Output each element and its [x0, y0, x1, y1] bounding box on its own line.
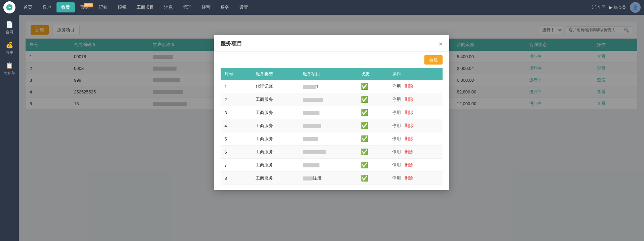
s-cell-action: 停用 删除 — [388, 146, 443, 159]
nav-invoice[interactable]: 票据 new — [75, 2, 93, 12]
sidebar-item-fee[interactable]: 💰 收费 — [1, 39, 18, 58]
s-cell-type: 工商服务 — [252, 132, 299, 146]
new-badge: new — [84, 3, 93, 7]
service-item-blurred — [303, 176, 313, 180]
main-layout: 📄 合同 💰 收费 📋 对账单 新增 服务项目 进行中 已终止 全部 — [0, 15, 644, 241]
s-cell-no: 2 — [221, 93, 252, 106]
user-avatar[interactable]: 👤 — [630, 2, 641, 13]
s-cell-status: ✅ — [357, 119, 388, 132]
s-cell-status: ✅ — [357, 132, 388, 146]
s-cell-no: 4 — [221, 119, 252, 132]
contract-icon: 📄 — [6, 21, 13, 28]
s-cell-item — [299, 159, 357, 172]
service-table-header: 序号 服务类型 服务项目 状态 操作 — [221, 68, 443, 80]
status-check-icon: ✅ — [361, 109, 368, 116]
stop-button[interactable]: 停用 — [392, 123, 401, 128]
s-cell-action: 停用 删除 — [388, 93, 443, 106]
s-cell-type: 工商服务 — [252, 93, 299, 106]
s-cell-status: ✅ — [357, 80, 388, 93]
member-button[interactable]: ▶ 畅会员 — [609, 5, 626, 10]
modal-overlay[interactable]: 服务项目 × 新建 序号 服务类型 服务项目 状态 — [19, 15, 644, 241]
s-cell-status: ✅ — [357, 106, 388, 119]
service-table-row: 6 工商服务 ✅ 停用 删除 — [221, 146, 443, 159]
s-cell-action: 停用 删除 — [388, 159, 443, 172]
service-table-body: 1 代理记账 1 ✅ 停用 删除 2 工商服务 ✅ 停用 删除 3 工商服务 ✅… — [221, 80, 443, 185]
stop-button[interactable]: 停用 — [392, 97, 401, 102]
s-cell-status: ✅ — [357, 93, 388, 106]
s-cell-item — [299, 106, 357, 119]
status-check-icon: ✅ — [361, 175, 368, 182]
s-cell-item — [299, 146, 357, 159]
service-table-row: 1 代理记账 1 ✅ 停用 删除 — [221, 80, 443, 93]
s-cell-no: 3 — [221, 106, 252, 119]
nav-industrial[interactable]: 工商项目 — [132, 2, 159, 12]
service-table-row: 7 工商服务 ✅ 停用 删除 — [221, 159, 443, 172]
sidebar: 📄 合同 💰 收费 📋 对账单 — [0, 15, 19, 241]
delete-button[interactable]: 删除 — [405, 84, 413, 89]
nav-client[interactable]: 客户 — [38, 2, 56, 12]
service-table-row: 5 工商服务 ✅ 停用 删除 — [221, 132, 443, 146]
delete-button[interactable]: 删除 — [405, 97, 413, 102]
s-cell-type: 工商服务 — [252, 106, 299, 119]
nav-operation[interactable]: 经营 — [197, 2, 215, 12]
delete-button[interactable]: 删除 — [405, 162, 413, 167]
s-cell-item — [299, 132, 357, 146]
nav-tax[interactable]: 报税 — [113, 2, 131, 12]
s-col-status: 状态 — [357, 68, 388, 80]
fullscreen-icon: ⛶ — [592, 5, 596, 10]
stop-button[interactable]: 停用 — [392, 136, 401, 141]
stop-button[interactable]: 停用 — [392, 175, 401, 180]
fee-icon: 💰 — [6, 41, 13, 49]
nav-settings[interactable]: 设置 — [235, 2, 253, 12]
stop-button[interactable]: 停用 — [392, 84, 401, 89]
s-cell-type: 工商服务 — [252, 146, 299, 159]
dialog-new-button[interactable]: 新建 — [424, 55, 443, 65]
content-area: 新增 服务项目 进行中 已终止 全部 🔍 — [19, 15, 644, 241]
reconcile-icon: 📋 — [6, 62, 13, 69]
s-cell-type: 工商服务 — [252, 172, 299, 185]
stop-button[interactable]: 停用 — [392, 162, 401, 167]
nav-manage[interactable]: 管理 — [178, 2, 196, 12]
dialog-close-button[interactable]: × — [439, 41, 443, 47]
s-cell-item — [299, 93, 357, 106]
s-cell-action: 停用 删除 — [388, 80, 443, 93]
s-col-item: 服务项目 — [299, 68, 357, 80]
sidebar-fee-label: 收费 — [6, 50, 13, 55]
status-check-icon: ✅ — [361, 135, 368, 142]
stop-button[interactable]: 停用 — [392, 149, 401, 154]
s-cell-item: 注册 — [299, 172, 357, 185]
service-item-blurred — [303, 163, 319, 167]
service-item-blurred — [303, 124, 321, 128]
nav-message[interactable]: 消息 — [159, 2, 178, 12]
service-dialog: 服务项目 × 新建 序号 服务类型 服务项目 状态 — [214, 35, 449, 190]
s-cell-type: 工商服务 — [252, 159, 299, 172]
delete-button[interactable]: 删除 — [405, 149, 413, 154]
sidebar-item-contract[interactable]: 📄 合同 — [1, 18, 18, 37]
s-cell-action: 停用 删除 — [388, 172, 443, 185]
status-check-icon: ✅ — [361, 122, 368, 129]
service-table-row: 8 工商服务 注册 ✅ 停用 删除 — [221, 172, 443, 185]
s-col-action: 操作 — [388, 68, 443, 80]
sidebar-reconcile-label: 对账单 — [4, 71, 15, 76]
service-item-blurred — [303, 150, 326, 154]
service-table-row: 2 工商服务 ✅ 停用 删除 — [221, 93, 443, 106]
sidebar-item-reconcile[interactable]: 📋 对账单 — [1, 59, 18, 78]
top-navigation: 首页 客户 收费 票据 new 记账 报税 工商项目 消息 管理 经营 服务 设… — [0, 0, 644, 15]
nav-service[interactable]: 服务 — [216, 2, 234, 12]
delete-button[interactable]: 删除 — [405, 175, 413, 180]
fullscreen-button[interactable]: ⛶ 全屏 — [592, 5, 605, 10]
nav-bookkeeping[interactable]: 记账 — [94, 2, 112, 12]
app-logo[interactable] — [3, 1, 15, 13]
delete-button[interactable]: 删除 — [405, 123, 413, 128]
nav-home[interactable]: 首页 — [19, 2, 37, 12]
dialog-body[interactable]: 序号 服务类型 服务项目 状态 操作 1 代理记账 1 ✅ — [214, 68, 449, 190]
s-cell-status: ✅ — [357, 172, 388, 185]
nav-fee[interactable]: 收费 — [56, 2, 75, 12]
stop-button[interactable]: 停用 — [392, 110, 401, 115]
delete-button[interactable]: 删除 — [405, 110, 413, 115]
delete-button[interactable]: 删除 — [405, 136, 413, 141]
dialog-header: 服务项目 × — [214, 35, 449, 52]
s-cell-type: 工商服务 — [252, 119, 299, 132]
status-check-icon: ✅ — [361, 83, 368, 90]
status-check-icon: ✅ — [361, 149, 368, 155]
